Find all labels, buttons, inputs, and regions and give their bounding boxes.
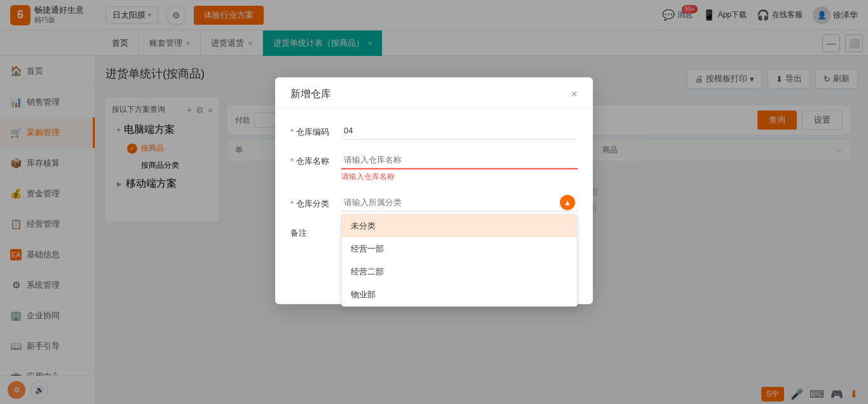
category-input-wrap: ▲ 未分类 经营一部 经营二部 物业部 bbox=[341, 194, 578, 212]
modal-title: 新增仓库 bbox=[290, 88, 331, 101]
name-label: * 仓库名称 bbox=[290, 151, 341, 167]
code-field: * 仓库编码 bbox=[290, 122, 578, 140]
code-label: * 仓库编码 bbox=[290, 122, 341, 138]
add-warehouse-modal: 新增仓库 × * 仓库编码 * 仓库名称 bbox=[275, 77, 593, 304]
category-label: * 仓库分类 bbox=[290, 194, 341, 210]
name-error-message: 请输入仓库名称 bbox=[341, 172, 578, 182]
modal-header: 新增仓库 × bbox=[275, 77, 593, 109]
modal-close-button[interactable]: × bbox=[571, 88, 578, 101]
category-dropdown: 未分类 经营一部 经营二部 物业部 bbox=[341, 214, 578, 307]
dropdown-item-0[interactable]: 未分类 bbox=[342, 215, 577, 238]
note-label: 备注 bbox=[290, 223, 341, 239]
dropdown-item-2[interactable]: 经营二部 bbox=[342, 260, 577, 283]
category-arrow-icon[interactable]: ▲ bbox=[560, 195, 575, 210]
dropdown-item-1[interactable]: 经营一部 bbox=[342, 238, 577, 260]
name-field: * 仓库名称 请输入仓库名称 bbox=[290, 151, 578, 182]
dropdown-item-3[interactable]: 物业部 bbox=[342, 283, 577, 306]
name-input[interactable] bbox=[341, 151, 578, 170]
category-input[interactable] bbox=[341, 194, 578, 212]
code-input[interactable] bbox=[341, 122, 578, 140]
category-field: * 仓库分类 ▲ 未分类 经营一部 经营二部 物业部 bbox=[290, 194, 578, 212]
modal-body: * 仓库编码 * 仓库名称 请输入仓库名称 bbox=[275, 109, 593, 265]
